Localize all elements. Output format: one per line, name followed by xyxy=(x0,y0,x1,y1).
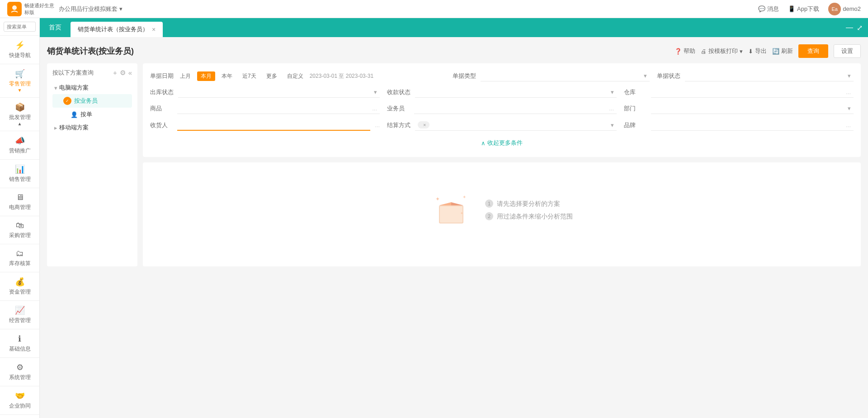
sidebar-item-wholesale[interactable]: 📦 批发管理 ▲ xyxy=(0,98,39,131)
filter-row-1: 单据日期 上月 本月 本年 近7天 更多 自定义 2023-03-01 至 20… xyxy=(150,71,854,81)
print-button[interactable]: 🖨 按模板打印 ▾ xyxy=(701,47,743,55)
salesperson-select[interactable]: ... xyxy=(414,103,617,114)
sidebar-item-finance[interactable]: 💰 资金管理 xyxy=(0,272,39,301)
sidebar-item-shortcut[interactable]: ⚡ 快捷导航 xyxy=(0,36,39,64)
filter-panel: 单据日期 上月 本月 本年 近7天 更多 自定义 2023-03-01 至 20… xyxy=(143,63,861,157)
export-button[interactable]: ⬇ 导出 xyxy=(748,47,767,55)
page-header: 销货单统计表(按业务员) ❓ 帮助 🖨 按模板打印 ▾ ⬇ 导出 xyxy=(47,44,861,58)
sidebar-item-label: 经营管理 xyxy=(9,317,31,324)
payment-method-select[interactable]: × ▾ xyxy=(415,119,617,131)
indent-scheme-item[interactable]: 👤 按单 xyxy=(52,108,132,121)
payment-status-label: 收款状态 xyxy=(387,88,410,96)
department-select[interactable]: ▾ xyxy=(651,103,854,114)
pc-section-label: 电脑端方案 xyxy=(59,84,89,92)
curr-month-btn[interactable]: 本月 xyxy=(197,71,215,81)
avatar-text: Ea xyxy=(832,6,838,12)
indent-label: 按单 xyxy=(80,110,92,119)
filter-row-2: 出库状态 ▾ 收款状态 ▾ xyxy=(150,87,854,98)
download-icon: 📱 xyxy=(788,5,795,12)
query-button[interactable]: 查询 xyxy=(798,44,828,58)
sidebar-item-label: 电商管理 xyxy=(9,204,31,211)
mobile-section-label: 移动端方案 xyxy=(59,124,89,132)
logo-area: 畅捷通好生意 标版 xyxy=(7,2,54,16)
sidebar-item-marketing[interactable]: 📣 营销推广 xyxy=(0,131,39,160)
message-action[interactable]: 💬 消息 xyxy=(758,5,779,13)
header-left: 畅捷通好生意 标版 办公用品行业模拟账套 ▾ xyxy=(7,2,123,16)
stock-status-field: 出库状态 ▾ xyxy=(150,87,380,98)
tab-bar: 首页 销货单统计表（按业务员） × — ⤢ xyxy=(40,18,868,37)
year-btn[interactable]: 本年 xyxy=(218,71,236,81)
brand-select[interactable]: ... xyxy=(651,120,854,131)
mobile-section[interactable]: ▸ 移动端方案 xyxy=(52,121,132,134)
stock-status-select[interactable]: ▾ xyxy=(178,87,380,98)
receiver-input[interactable] xyxy=(177,119,370,131)
prev-month-btn[interactable]: 上月 xyxy=(176,71,194,81)
sidebar-item-purchase[interactable]: 🛍 采购管理 xyxy=(0,216,39,244)
brand-label: 品牌 xyxy=(624,121,646,129)
wholesale-icon: 📦 xyxy=(15,102,25,112)
tab-maximize-icon[interactable]: ⤢ xyxy=(857,24,863,32)
hint-text-1: 请先选择要分析的方案 xyxy=(497,197,560,210)
panel-header: 按以下方案查询 + ⚙ « xyxy=(52,69,132,77)
sidebar-item-collab[interactable]: 🤝 企业协同 xyxy=(0,386,39,415)
salesperson-scheme-item[interactable]: ✓ 按业务员 xyxy=(52,94,132,108)
refresh-button[interactable]: 🔄 刷新 xyxy=(772,47,793,55)
receiver-label: 收货人 xyxy=(150,121,173,129)
settings-button[interactable]: 设置 xyxy=(834,44,861,58)
sidebar-item-system[interactable]: ⚙ 系统管理 xyxy=(0,358,39,386)
user-area[interactable]: Ea demo2 xyxy=(828,3,861,15)
tab-close-icon[interactable]: × xyxy=(152,26,156,33)
custom-btn[interactable]: 自定义 xyxy=(283,71,307,81)
tab-minimize-icon[interactable]: — xyxy=(846,24,853,32)
warehouse-select[interactable]: ... xyxy=(651,87,854,98)
search-input[interactable] xyxy=(4,22,36,32)
pc-section[interactable]: ▾ 电脑端方案 xyxy=(52,81,132,94)
message-icon: 💬 xyxy=(758,5,765,12)
collab-icon: 🤝 xyxy=(15,391,25,401)
sidebar-item-retail[interactable]: 🛒 零售管理 ▼ xyxy=(0,64,39,98)
goods-field: 商品 ... xyxy=(150,103,380,114)
payment-method-label: 结算方式 xyxy=(387,121,410,129)
sidebar-item-basic[interactable]: ℹ 基础信息 xyxy=(0,329,39,358)
payment-status-select[interactable]: ▾ xyxy=(415,87,617,98)
app-download-label: App下载 xyxy=(797,5,819,13)
panel-title: 按以下方案查询 xyxy=(52,69,94,77)
doc-type-chevron: ▾ xyxy=(644,72,647,79)
sidebar-item-sales[interactable]: 📊 销售管理 xyxy=(0,160,39,188)
sidebar-item-label: 营销推广 xyxy=(9,147,31,155)
doc-type-label: 单据类型 xyxy=(453,72,476,80)
settings-scheme-button[interactable]: ⚙ xyxy=(120,69,126,77)
page-actions: ❓ 帮助 🖨 按模板打印 ▾ ⬇ 导出 🔄 刷新 xyxy=(675,44,861,58)
sidebar-item-label: 企业协同 xyxy=(9,402,31,410)
tab-home[interactable]: 首页 xyxy=(40,18,71,37)
empty-hint-2: 2 用过滤条件来缩小分析范围 xyxy=(485,210,573,223)
7days-btn[interactable]: 近7天 xyxy=(239,71,260,81)
workspace-selector[interactable]: 办公用品行业模拟账套 ▾ xyxy=(59,5,123,13)
doc-status-select[interactable]: ▾ xyxy=(685,71,854,81)
collapse-button[interactable]: ∧ 收起更多条件 xyxy=(150,136,854,150)
payment-status-field: 收款状态 ▾ xyxy=(387,87,617,98)
sidebar-item-ecommerce[interactable]: 🖥 电商管理 xyxy=(0,188,39,216)
doc-type-select[interactable]: ▾ xyxy=(481,71,649,81)
more-btn[interactable]: 更多 xyxy=(263,71,281,81)
brand-dots: ... xyxy=(846,122,851,128)
sidebar-item-inventory[interactable]: 🗂 库存核算 xyxy=(0,244,39,272)
app-download-action[interactable]: 📱 App下载 xyxy=(788,5,819,13)
help-button[interactable]: ❓ 帮助 xyxy=(675,47,695,55)
collapse-panel-button[interactable]: « xyxy=(128,69,132,77)
svg-rect-2 xyxy=(440,206,462,223)
goods-select[interactable]: ... xyxy=(177,103,380,114)
sidebar-item-label: 快捷导航 xyxy=(9,52,31,59)
date-quick-buttons: 上月 本月 本年 近7天 更多 自定义 2023-03-01 至 2023-03… xyxy=(176,71,373,81)
expand-icon: ▼ xyxy=(18,88,22,93)
payment-method-tag: × xyxy=(418,121,429,128)
main-section: 按以下方案查询 + ⚙ « ▾ 电脑端方案 ✓ 按业务员 xyxy=(47,63,861,266)
collapse-label: 收起更多条件 xyxy=(487,139,523,147)
sidebar-item-guide[interactable]: 🎯 新手引导 xyxy=(0,415,39,418)
receiver-field: 收货人 ... xyxy=(150,119,380,131)
sidebar-item-operations[interactable]: 📈 经营管理 xyxy=(0,301,39,329)
tab-active[interactable]: 销货单统计表（按业务员） × xyxy=(71,22,163,37)
right-panel: 单据日期 上月 本月 本年 近7天 更多 自定义 2023-03-01 至 20… xyxy=(143,63,861,266)
payment-method-clear-btn[interactable]: × xyxy=(423,122,426,128)
add-scheme-button[interactable]: + xyxy=(113,69,117,77)
